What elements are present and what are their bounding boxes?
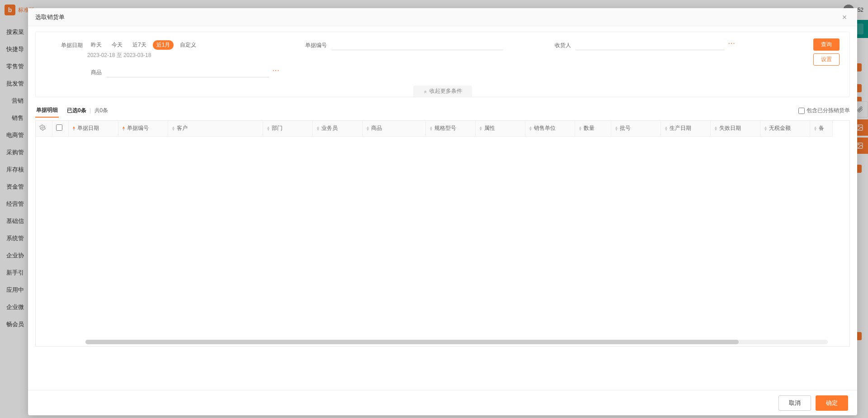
sort-icon: ▲▼ <box>479 126 483 131</box>
query-button[interactable]: 查询 <box>813 38 840 51</box>
column-label: 业务员 <box>321 125 338 131</box>
sort-icon: ▲▼ <box>429 126 433 131</box>
table-scrollbar[interactable] <box>85 340 828 344</box>
column-label: 生产日期 <box>670 125 691 131</box>
include-split-checkbox[interactable] <box>798 108 805 114</box>
date-range: 2023-02-18 至 2023-03-18 <box>87 52 200 59</box>
sort-icon: ▲▼ <box>764 126 768 131</box>
chip-7days[interactable]: 近7天 <box>129 40 150 50</box>
sort-icon: ▲▼ <box>615 126 618 131</box>
scrollbar-thumb[interactable] <box>85 340 739 344</box>
column-header[interactable]: ▲▼销售单位 <box>525 121 575 136</box>
modal-footer: 取消 确定 <box>28 390 857 415</box>
column-label: 数量 <box>584 125 594 131</box>
date-chips: 昨天 今天 近7天 近1月 自定义 <box>87 40 200 50</box>
tot-suffix: 条 <box>103 107 108 114</box>
column-header[interactable]: ▲▼生产日期 <box>660 121 710 136</box>
chip-custom[interactable]: 自定义 <box>176 40 200 50</box>
chip-yesterday[interactable]: 昨天 <box>87 40 105 50</box>
cancel-button[interactable]: 取消 <box>778 395 811 411</box>
doc-no-input[interactable] <box>331 40 503 50</box>
receiver-input[interactable] <box>576 40 725 50</box>
more-icon[interactable]: ··· <box>273 67 280 74</box>
search-actions: 查询 设置 <box>813 38 840 66</box>
column-label: 单据日期 <box>77 125 99 131</box>
column-label: 规格型号 <box>434 125 456 131</box>
include-split-toggle[interactable]: 包含已分拣销货单 <box>798 107 850 114</box>
sort-icon: ▲▼ <box>366 126 370 131</box>
sort-icon: ▲▼ <box>316 126 320 131</box>
tabs-row: 单据明细 已选0条 | 共0条 包含已分拣销货单 <box>35 104 850 118</box>
search-panel: 单据日期 昨天 今天 近7天 近1月 自定义 2023-02-18 至 20 <box>35 32 850 97</box>
column-label: 部门 <box>272 125 283 131</box>
column-label: 失效日期 <box>719 125 741 131</box>
column-label: 无税金额 <box>769 125 791 131</box>
svg-point-4 <box>42 127 43 129</box>
tot-prefix: 共 <box>94 107 100 114</box>
column-header[interactable]: ▲▼单据日期 <box>68 121 118 136</box>
tab-detail[interactable]: 单据明细 <box>35 104 59 118</box>
sort-icon: ▲▼ <box>814 126 817 131</box>
column-header[interactable]: ▲▼批号 <box>611 121 660 136</box>
settings-button[interactable]: 设置 <box>813 53 840 66</box>
sort-icon: ▲▼ <box>172 126 175 131</box>
chip-today[interactable]: 今天 <box>108 40 126 50</box>
chip-1month[interactable]: 近1月 <box>153 40 174 50</box>
sel-count: 0 <box>78 107 81 114</box>
column-header[interactable]: ▲▼属性 <box>475 121 525 136</box>
column-label: 备 <box>819 125 824 131</box>
modal-body: 单据日期 昨天 今天 近7天 近1月 自定义 2023-02-18 至 20 <box>28 26 857 390</box>
column-label: 商品 <box>371 125 382 131</box>
column-header[interactable]: ▲▼商品 <box>362 121 425 136</box>
selection-info: 已选0条 | 共0条 <box>67 107 108 114</box>
collapse-label: 收起更多条件 <box>429 87 462 95</box>
date-to: 2023-03-18 <box>123 52 151 58</box>
confirm-button[interactable]: 确定 <box>816 395 848 411</box>
select-sales-order-modal: 选取销货单 单据日期 昨天 今天 近7天 近1月 自定义 <box>28 8 857 415</box>
column-header[interactable]: ▲▼无税金额 <box>760 121 810 136</box>
column-header[interactable]: ▲▼客户 <box>168 121 263 136</box>
column-header[interactable]: ▲▼失效日期 <box>710 121 760 136</box>
column-label: 客户 <box>177 125 188 131</box>
date-label: 单据日期 <box>47 40 87 50</box>
sort-icon: ▲▼ <box>72 126 76 131</box>
column-label: 属性 <box>484 125 495 131</box>
include-split-label: 包含已分拣销货单 <box>807 107 850 114</box>
table-wrap: ▲▼单据日期▲▼单据编号▲▼客户▲▼部门▲▼业务员▲▼商品▲▼规格型号▲▼属性▲… <box>35 120 850 347</box>
column-header[interactable]: ▲▼规格型号 <box>425 121 475 136</box>
more-icon[interactable]: ··· <box>728 40 736 47</box>
column-header[interactable]: ▲▼部门 <box>263 121 312 136</box>
column-label: 销售单位 <box>534 125 556 131</box>
sel-suffix: 条 <box>81 107 86 114</box>
sort-icon: ▲▼ <box>714 126 718 131</box>
sel-prefix: 已选 <box>67 107 78 114</box>
product-input[interactable] <box>106 67 269 77</box>
gear-icon <box>39 126 46 132</box>
collapse-button[interactable]: 收起更多条件 <box>413 86 472 97</box>
modal-title: 选取销货单 <box>35 13 65 21</box>
sort-icon: ▲▼ <box>529 126 533 131</box>
product-label: 商品 <box>47 67 106 77</box>
results-table: ▲▼单据日期▲▼单据编号▲▼客户▲▼部门▲▼业务员▲▼商品▲▼规格型号▲▼属性▲… <box>36 121 833 137</box>
column-header[interactable]: ▲▼业务员 <box>312 121 362 136</box>
sort-icon: ▲▼ <box>122 126 126 131</box>
sort-icon: ▲▼ <box>579 126 582 131</box>
sort-icon: ▲▼ <box>267 126 270 131</box>
date-from: 2023-02-18 <box>87 52 115 58</box>
doc-no-label: 单据编号 <box>291 40 331 50</box>
column-header[interactable]: ▲▼数量 <box>575 121 611 136</box>
chevron-up-icon <box>423 89 428 94</box>
select-all-checkbox[interactable] <box>56 124 62 131</box>
column-header[interactable]: ▲▼单据编号 <box>118 121 168 136</box>
modal-header: 选取销货单 <box>28 8 857 26</box>
column-label: 单据编号 <box>127 125 149 131</box>
receiver-label: 收货人 <box>535 40 576 50</box>
select-all[interactable] <box>52 121 68 136</box>
column-settings[interactable] <box>36 121 52 136</box>
date-sep: 至 <box>117 52 122 58</box>
sort-icon: ▲▼ <box>665 126 668 131</box>
column-header[interactable]: ▲▼备 <box>810 121 832 136</box>
close-icon[interactable] <box>839 12 850 23</box>
column-label: 批号 <box>620 125 631 131</box>
